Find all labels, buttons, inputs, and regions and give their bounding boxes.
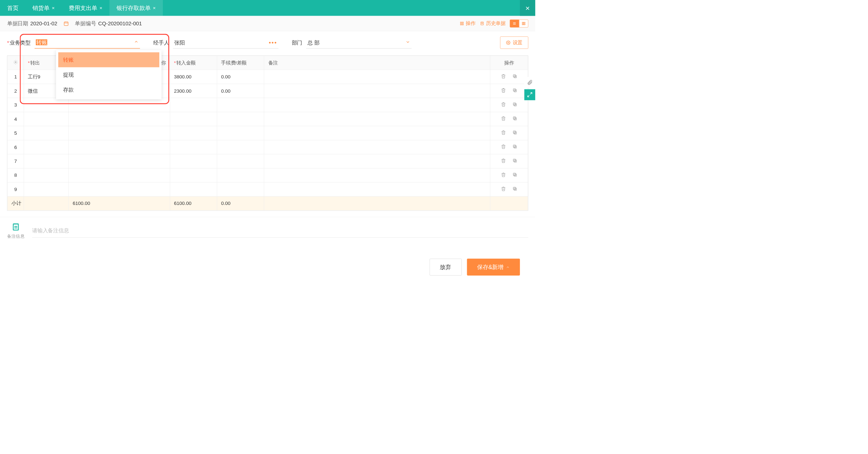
delete-row-icon[interactable] <box>501 172 506 178</box>
cell-gap[interactable] <box>69 168 170 182</box>
copy-row-icon[interactable] <box>512 172 517 178</box>
copy-row-icon[interactable] <box>512 88 517 94</box>
delete-row-icon[interactable] <box>501 88 506 94</box>
cell-in-amount[interactable] <box>170 98 217 112</box>
cell-fee[interactable]: 0.00 <box>217 70 264 84</box>
cell-fee[interactable] <box>217 98 264 112</box>
delete-row-icon[interactable] <box>501 186 506 192</box>
remark-input[interactable]: 请输入备注信息 <box>32 224 528 238</box>
chevron-down-icon[interactable] <box>405 40 410 46</box>
settings-button[interactable]: 设置 <box>500 36 528 49</box>
cell-out-account[interactable] <box>24 140 69 154</box>
cell-out-account[interactable] <box>24 112 69 126</box>
fullscreen-button[interactable] <box>524 89 535 100</box>
cell-out-account[interactable] <box>24 182 69 196</box>
history-link[interactable]: 历史单据 <box>480 20 506 27</box>
cell-fee[interactable] <box>217 126 264 140</box>
cell-in-amount[interactable] <box>170 168 217 182</box>
copy-row-icon[interactable] <box>512 74 517 80</box>
copy-row-icon[interactable] <box>512 158 517 164</box>
cell-in-amount[interactable] <box>170 126 217 140</box>
table-row[interactable]: 7 <box>7 154 528 168</box>
cell-gap[interactable] <box>69 126 170 140</box>
cell-remark[interactable] <box>264 154 490 168</box>
tab-home[interactable]: 首页 <box>0 0 26 16</box>
cell-gap[interactable] <box>69 154 170 168</box>
tab-bank-transfer[interactable]: 银行存取款单 × <box>109 0 163 16</box>
copy-row-icon[interactable] <box>512 102 517 108</box>
table-settings-icon[interactable] <box>7 56 24 69</box>
delete-row-icon[interactable] <box>501 144 506 150</box>
delete-row-icon[interactable] <box>501 116 506 122</box>
discard-button[interactable]: 放弃 <box>429 259 461 275</box>
cell-in-amount[interactable] <box>170 140 217 154</box>
cell-remark[interactable] <box>264 84 490 98</box>
dropdown-option-transfer[interactable]: 转账 <box>58 52 159 67</box>
attachment-button[interactable] <box>524 77 535 88</box>
handler-input[interactable]: 张阳 ••• <box>173 37 279 48</box>
cell-in-amount[interactable] <box>170 154 217 168</box>
cell-gap[interactable] <box>69 140 170 154</box>
cell-remark[interactable] <box>264 70 490 84</box>
copy-row-icon[interactable] <box>512 144 517 150</box>
table-row[interactable]: 3 <box>7 98 528 112</box>
close-icon[interactable]: × <box>153 5 156 10</box>
cell-remark[interactable] <box>264 140 490 154</box>
chevron-up-icon[interactable] <box>134 39 139 45</box>
cell-fee[interactable]: 0.00 <box>217 84 264 98</box>
date-value[interactable]: 2020-01-02 <box>30 20 57 26</box>
dropdown-option-withdraw[interactable]: 提现 <box>58 67 159 82</box>
biz-type-select[interactable]: 转账 <box>35 37 140 48</box>
close-panel-button[interactable]: × <box>520 0 535 16</box>
cell-in-amount[interactable] <box>170 182 217 196</box>
view-mode-card-button[interactable] <box>519 20 528 27</box>
dept-select[interactable]: 总 部 <box>306 37 412 48</box>
cell-in-amount[interactable]: 3800.00 <box>170 70 217 84</box>
cell-fee[interactable] <box>217 140 264 154</box>
cell-fee[interactable] <box>217 154 264 168</box>
save-new-button[interactable]: 保存&新增 <box>467 259 520 275</box>
cell-gap[interactable] <box>69 98 170 112</box>
cell-fee[interactable] <box>217 168 264 182</box>
ops-link[interactable]: 操作 <box>460 20 475 27</box>
view-mode-list-button[interactable] <box>510 20 519 27</box>
cell-out-account[interactable] <box>24 168 69 182</box>
cell-fee[interactable] <box>217 182 264 196</box>
delete-row-icon[interactable] <box>501 74 506 80</box>
table-row[interactable]: 4 <box>7 112 528 126</box>
close-icon[interactable]: × <box>99 5 102 10</box>
col-remark: 备注 <box>264 56 490 69</box>
copy-row-icon[interactable] <box>512 130 517 136</box>
cell-ops <box>490 140 528 154</box>
more-icon[interactable]: ••• <box>269 39 277 46</box>
cell-out-account[interactable] <box>24 154 69 168</box>
cell-remark[interactable] <box>264 182 490 196</box>
cell-remark[interactable] <box>264 112 490 126</box>
cell-in-amount[interactable]: 2300.00 <box>170 84 217 98</box>
delete-row-icon[interactable] <box>501 130 506 136</box>
calendar-icon[interactable] <box>63 21 69 26</box>
close-icon[interactable]: × <box>52 5 55 10</box>
footer-actions: 放弃 保存&新增 <box>429 259 520 275</box>
cell-gap[interactable] <box>69 182 170 196</box>
tab-sales[interactable]: 销货单 × <box>26 0 62 16</box>
cell-remark[interactable] <box>264 168 490 182</box>
copy-row-icon[interactable] <box>512 116 517 122</box>
row-index: 2 <box>7 84 24 98</box>
table-row[interactable]: 5 <box>7 126 528 140</box>
delete-row-icon[interactable] <box>501 158 506 164</box>
cell-remark[interactable] <box>264 98 490 112</box>
cell-fee[interactable] <box>217 112 264 126</box>
cell-out-account[interactable] <box>24 98 69 112</box>
cell-out-account[interactable] <box>24 126 69 140</box>
table-row[interactable]: 9 <box>7 182 528 196</box>
cell-remark[interactable] <box>264 126 490 140</box>
delete-row-icon[interactable] <box>501 102 506 108</box>
copy-row-icon[interactable] <box>512 186 517 192</box>
cell-in-amount[interactable] <box>170 112 217 126</box>
tab-expense[interactable]: 费用支出单 × <box>62 0 109 16</box>
dropdown-option-deposit[interactable]: 存款 <box>58 82 159 97</box>
table-row[interactable]: 6 <box>7 140 528 154</box>
table-row[interactable]: 8 <box>7 168 528 182</box>
cell-gap[interactable] <box>69 112 170 126</box>
